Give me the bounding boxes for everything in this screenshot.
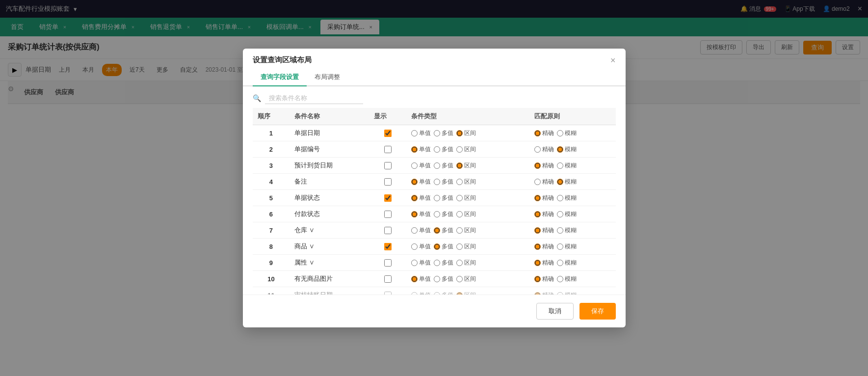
match-fuzzy-10[interactable] xyxy=(557,276,563,282)
type-single-9[interactable] xyxy=(411,260,418,266)
modal-tab-layout[interactable]: 布局调整 xyxy=(307,69,348,86)
type-multi-5[interactable] xyxy=(434,195,440,201)
match-fuzzy-6[interactable] xyxy=(557,211,563,217)
match-exact-9[interactable] xyxy=(534,260,541,266)
display-checkbox-11[interactable] xyxy=(384,292,392,295)
modal-tab-query-fields[interactable]: 查询字段设置 xyxy=(253,69,307,86)
type-single-1[interactable] xyxy=(411,130,418,136)
save-btn[interactable]: 保存 xyxy=(579,303,616,320)
search-input[interactable] xyxy=(265,92,363,104)
display-checkbox-10[interactable] xyxy=(384,275,392,283)
match-exact-3[interactable] xyxy=(534,162,541,169)
type-range-11[interactable] xyxy=(456,292,463,295)
row-display xyxy=(369,206,406,222)
type-multi-1[interactable] xyxy=(434,130,440,136)
type-single-2[interactable] xyxy=(411,146,418,153)
row-type: 单值 多值 区间 xyxy=(406,190,529,206)
match-exact-5[interactable] xyxy=(534,195,541,201)
modal-close-btn[interactable]: × xyxy=(610,56,616,65)
table-row: 2 单据编号 单值 多值 区间 xyxy=(253,141,616,158)
display-checkbox-7[interactable] xyxy=(384,227,392,234)
match-fuzzy-4[interactable] xyxy=(557,179,563,185)
type-range-9[interactable] xyxy=(456,260,463,266)
row-display xyxy=(369,287,406,295)
row-type: 单值 多值 区间 xyxy=(406,206,529,222)
type-range-1[interactable] xyxy=(456,130,463,136)
type-range-6[interactable] xyxy=(456,211,463,217)
row-order: 3 xyxy=(253,158,290,174)
table-row: 5 单据状态 单值 多值 区间 xyxy=(253,190,616,206)
row-name: 属性 ∨ xyxy=(289,255,369,271)
type-single-4[interactable] xyxy=(411,179,418,185)
type-single-5[interactable] xyxy=(411,195,418,201)
match-fuzzy-1[interactable] xyxy=(557,130,563,136)
row-name: 仓库 ∨ xyxy=(289,222,369,239)
row-match: 精确 模糊 xyxy=(529,239,615,255)
type-range-3[interactable] xyxy=(456,162,463,169)
type-multi-4[interactable] xyxy=(434,179,440,185)
match-fuzzy-11[interactable] xyxy=(557,292,563,295)
match-exact-11[interactable] xyxy=(534,292,541,295)
type-range-4[interactable] xyxy=(456,179,463,185)
display-checkbox-1[interactable] xyxy=(384,130,392,137)
match-exact-2[interactable] xyxy=(534,146,541,153)
row-display xyxy=(369,255,406,271)
display-checkbox-9[interactable] xyxy=(384,259,392,267)
match-exact-6[interactable] xyxy=(534,211,541,217)
match-fuzzy-8[interactable] xyxy=(557,243,563,250)
type-multi-3[interactable] xyxy=(434,162,440,169)
row-display xyxy=(369,158,406,174)
match-fuzzy-3[interactable] xyxy=(557,162,563,169)
row-order: 9 xyxy=(253,255,290,271)
display-checkbox-6[interactable] xyxy=(384,211,392,218)
display-checkbox-5[interactable] xyxy=(384,194,392,202)
search-icon: 🔍 xyxy=(253,94,261,102)
match-exact-4[interactable] xyxy=(534,179,541,185)
row-name: 备注 xyxy=(289,174,369,190)
type-multi-7[interactable] xyxy=(434,227,440,234)
type-multi-9[interactable] xyxy=(434,260,440,266)
display-checkbox-8[interactable] xyxy=(384,243,392,250)
match-exact-1[interactable] xyxy=(534,130,541,136)
row-match: 精确 模糊 xyxy=(529,125,615,141)
type-single-3[interactable] xyxy=(411,162,418,169)
match-fuzzy-9[interactable] xyxy=(557,260,563,266)
display-checkbox-4[interactable] xyxy=(384,178,392,186)
match-exact-7[interactable] xyxy=(534,227,541,234)
row-display xyxy=(369,141,406,158)
row-type: 单值 多值 区间 xyxy=(406,141,529,158)
match-exact-10[interactable] xyxy=(534,276,541,282)
row-name: 付款状态 xyxy=(289,206,369,222)
type-range-10[interactable] xyxy=(456,276,463,282)
table-row: 10 有无商品图片 单值 多值 区间 xyxy=(253,271,616,287)
type-multi-2[interactable] xyxy=(434,146,440,153)
type-single-11[interactable] xyxy=(411,292,418,295)
match-fuzzy-7[interactable] xyxy=(557,227,563,234)
row-name: 审核结账日期 xyxy=(289,287,369,295)
type-multi-6[interactable] xyxy=(434,211,440,217)
type-single-6[interactable] xyxy=(411,211,418,217)
type-range-7[interactable] xyxy=(456,227,463,234)
type-multi-10[interactable] xyxy=(434,276,440,282)
th-type: 条件类型 xyxy=(406,108,529,125)
row-order: 7 xyxy=(253,222,290,239)
type-range-8[interactable] xyxy=(456,243,463,250)
match-fuzzy-5[interactable] xyxy=(557,195,563,201)
table-row: 8 商品 ∨ 单值 多值 区间 xyxy=(253,239,616,255)
row-name: 商品 ∨ xyxy=(289,239,369,255)
type-range-2[interactable] xyxy=(456,146,463,153)
table-row: 1 单据日期 单值 多值 区间 xyxy=(253,125,616,141)
type-single-7[interactable] xyxy=(411,227,418,234)
display-checkbox-3[interactable] xyxy=(384,162,392,169)
row-type: 单值 多值 区间 xyxy=(406,255,529,271)
match-exact-8[interactable] xyxy=(534,243,541,250)
display-checkbox-2[interactable] xyxy=(384,146,392,153)
table-row: 11 审核结账日期 单值 多值 区间 xyxy=(253,287,616,295)
type-single-8[interactable] xyxy=(411,243,418,250)
type-multi-11[interactable] xyxy=(434,292,440,295)
type-multi-8[interactable] xyxy=(434,243,440,250)
match-fuzzy-2[interactable] xyxy=(557,146,563,153)
cancel-btn[interactable]: 取消 xyxy=(536,303,574,320)
type-range-5[interactable] xyxy=(456,195,463,201)
type-single-10[interactable] xyxy=(411,276,418,282)
